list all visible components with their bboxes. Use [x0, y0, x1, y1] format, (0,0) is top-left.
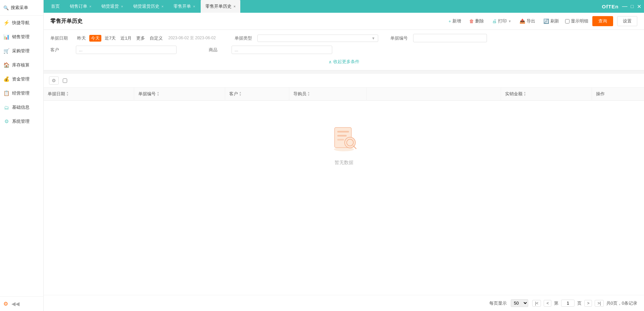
- display-detail-input[interactable]: [565, 19, 569, 23]
- sidebar-item-purchase-mgmt[interactable]: 🛒 采购管理: [0, 44, 43, 58]
- per-page-select[interactable]: 50 20 100: [511, 299, 528, 307]
- delete-label: 删除: [475, 18, 484, 24]
- export-icon: 📤: [519, 18, 525, 24]
- empty-text: 暂无数据: [335, 160, 353, 166]
- settings-button[interactable]: ⚙: [3, 301, 8, 307]
- sidebar-item-sales-mgmt[interactable]: 📊 销售管理: [0, 30, 43, 44]
- first-page-button[interactable]: |<: [532, 300, 541, 307]
- sidebar-search-label: 搜索采单: [11, 5, 28, 11]
- table-toolbar: ⚙: [44, 74, 644, 88]
- sidebar-item-basic-info[interactable]: 🗂 基础信息: [0, 100, 43, 114]
- date-opt-custom[interactable]: 自定义: [148, 35, 164, 42]
- customer-label: 客户: [50, 47, 70, 53]
- data-table: 单据日期 ▲▼ 单据编号 ▲▼ 客户: [44, 88, 644, 101]
- window-maximize-button[interactable]: □: [631, 4, 634, 9]
- th-amount: 实销金额 ▲▼: [501, 88, 592, 101]
- settings-button[interactable]: 设置: [617, 16, 637, 26]
- quick-nav-icon: ⚡: [3, 20, 9, 26]
- print-label: 打印: [498, 18, 507, 24]
- delete-button[interactable]: 🗑 删除: [467, 17, 486, 25]
- add-icon: +: [449, 19, 451, 24]
- svg-rect-2: [337, 131, 349, 133]
- sales-icon: 📊: [3, 34, 9, 40]
- top-nav: 首页 销售订单 × 销货退货 × 销货退货历史 × 零售开单 × 零售开单历史 …: [44, 0, 644, 13]
- table-header-row: 单据日期 ▲▼ 单据编号 ▲▼ 客户: [44, 88, 644, 101]
- refresh-label: 刷新: [550, 18, 559, 24]
- th-guide: 导购员 ▲▼: [289, 88, 366, 101]
- export-label: 导出: [527, 18, 535, 24]
- page-content: 零售开单历史 + 新增 🗑 删除 🖨 打印 ▼ 📤 导出: [44, 13, 644, 311]
- date-opt-more[interactable]: 更多: [135, 35, 146, 42]
- total-label: 共0页，0条记录: [606, 300, 637, 306]
- refresh-icon: 🔄: [543, 18, 549, 24]
- print-icon: 🖨: [492, 18, 497, 24]
- delete-icon: 🗑: [469, 18, 474, 24]
- tab-sales-order[interactable]: 销售订单 ×: [65, 0, 96, 13]
- per-page-label: 每页显示: [489, 300, 507, 306]
- collapse-sidebar-button[interactable]: ◀◀: [11, 301, 19, 307]
- svg-rect-4: [337, 139, 344, 141]
- sidebar: 🔍 搜索采单 ⚡ 快捷导航 📊 销售管理 🛒 采购管理 🏠 库存核算 💰 资金管…: [0, 0, 44, 311]
- tab-close-icon[interactable]: ×: [121, 4, 123, 8]
- date-opt-1month[interactable]: 近1月: [119, 35, 133, 42]
- sidebar-search[interactable]: 🔍 搜索采单: [0, 0, 43, 16]
- print-button[interactable]: 🖨 打印 ▼: [490, 17, 513, 25]
- refresh-button[interactable]: 🔄 刷新: [541, 17, 561, 25]
- sort-arrows-guide[interactable]: ▲▼: [307, 91, 310, 97]
- sort-arrows-date[interactable]: ▲▼: [66, 91, 69, 97]
- tab-close-icon[interactable]: ×: [89, 4, 91, 8]
- prev-page-button[interactable]: <: [544, 300, 551, 307]
- operations-icon: 📋: [3, 90, 9, 96]
- tab-sales-return-history[interactable]: 销货退货历史 ×: [129, 0, 168, 13]
- export-button[interactable]: 📤 导出: [517, 17, 537, 25]
- sidebar-item-quick-nav[interactable]: ⚡ 快捷导航: [0, 16, 43, 30]
- tab-retail-open[interactable]: 零售开单 ×: [169, 0, 200, 13]
- tab-sales-return[interactable]: 销货退货 ×: [97, 0, 128, 13]
- display-detail-checkbox[interactable]: 显示明细: [565, 18, 588, 24]
- next-page-button[interactable]: >: [584, 300, 592, 307]
- last-page-button[interactable]: >|: [595, 300, 603, 307]
- customer-select[interactable]: ...: [76, 46, 177, 54]
- page-title: 零售开单历史: [50, 18, 447, 25]
- collapse-filter-button[interactable]: ∧ 收起更多条件: [327, 57, 361, 66]
- tab-sales-order-label: 销售订单: [70, 3, 87, 9]
- page-end-label: 页: [577, 300, 582, 306]
- sort-arrows-customer[interactable]: ▲▼: [239, 91, 242, 97]
- query-button[interactable]: 查询: [592, 16, 613, 26]
- page-number-input[interactable]: [561, 300, 575, 307]
- window-minimize-button[interactable]: —: [622, 3, 628, 9]
- doc-no-input[interactable]: [413, 34, 487, 42]
- tab-close-icon[interactable]: ×: [161, 4, 163, 8]
- window-close-button[interactable]: ✕: [637, 3, 641, 10]
- goods-select[interactable]: ...: [232, 46, 332, 54]
- filter-area: 单据日期 昨天 今天 近7天 近1月 更多 自定义 2023-06-02 至 2…: [44, 30, 644, 70]
- th-action-label: 操作: [596, 91, 605, 96]
- inventory-icon: 🏠: [3, 62, 9, 68]
- tab-home[interactable]: 首页: [46, 0, 64, 13]
- sidebar-item-label: 经营管理: [12, 90, 30, 96]
- sort-arrows-no[interactable]: ▲▼: [157, 91, 159, 97]
- filter-row-2: 客户 ... 商品 ...: [50, 46, 637, 54]
- th-action: 操作: [592, 88, 644, 101]
- date-opt-today[interactable]: 今天: [89, 35, 101, 42]
- date-opt-yesterday[interactable]: 昨天: [76, 35, 87, 42]
- date-opt-7days[interactable]: 近7天: [103, 35, 117, 42]
- doc-type-select[interactable]: ▼: [257, 35, 378, 42]
- sidebar-item-label: 资金管理: [12, 76, 30, 82]
- column-settings-button[interactable]: ⚙: [49, 76, 59, 85]
- sidebar-item-finance[interactable]: 💰 资金管理: [0, 72, 43, 86]
- tab-close-icon[interactable]: ×: [234, 4, 236, 8]
- tab-retail-history[interactable]: 零售开单历史 ×: [201, 0, 240, 13]
- sidebar-item-operations[interactable]: 📋 经营管理: [0, 86, 43, 100]
- sidebar-item-inventory[interactable]: 🏠 库存核算: [0, 58, 43, 72]
- th-guide-label: 导购员: [293, 91, 306, 97]
- add-button[interactable]: + 新增: [447, 17, 463, 25]
- brand-label: OfTEn: [602, 4, 619, 9]
- empty-icon: [327, 121, 361, 154]
- sidebar-item-system-mgmt[interactable]: ⚙ 系统管理: [0, 114, 43, 128]
- doc-type-filter: 单据类型 ▼: [235, 35, 378, 42]
- sort-arrows-amount[interactable]: ▲▼: [524, 91, 526, 97]
- tab-close-icon[interactable]: ×: [193, 4, 195, 8]
- svg-line-7: [353, 146, 356, 149]
- select-all-checkbox[interactable]: [63, 79, 67, 83]
